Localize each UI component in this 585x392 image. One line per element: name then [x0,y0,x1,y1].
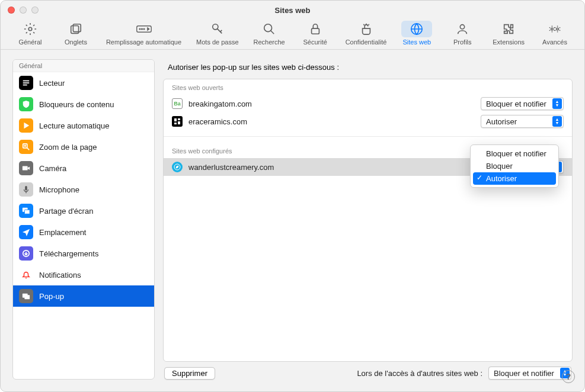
svg-rect-27 [174,123,177,124]
sidebar: Général LecteurBloqueurs de contenuLectu… [12,59,155,380]
search-icon [254,21,284,37]
svg-rect-18 [23,166,28,171]
minimize-button[interactable] [20,7,27,14]
toolbar-label: Extensions [493,38,525,46]
toolbar-tabs[interactable]: Onglets [58,20,94,47]
autofill-icon [129,21,159,37]
toolbar-general[interactable]: Général [12,20,48,47]
profiles-icon [447,21,478,37]
sidebar-item-mic[interactable]: Microphone [13,179,154,200]
sidebar-item-label: Microphone [39,185,79,194]
svg-point-6 [143,28,145,30]
svg-point-4 [139,28,140,30]
sidebar-item-downloads[interactable]: Téléchargements [13,243,154,264]
dropdown-option[interactable]: Autoriser [473,172,556,185]
toolbar-profiles[interactable]: Profils [445,20,480,47]
other-sites-select[interactable]: Bloquer et notifier ▲▼ [488,367,571,380]
chevron-updown-icon: ▲▼ [552,98,562,109]
advanced-icon [539,21,570,37]
downloads-icon [19,246,33,261]
security-icon [300,21,331,37]
websites-icon [401,21,432,37]
svg-point-13 [557,28,559,30]
toolbar-passwords[interactable]: Mots de passe [194,20,241,47]
site-row[interactable]: eraceramics.com Autoriser ▲▼ [164,113,572,130]
screenshare-icon [19,204,33,218]
other-sites-value: Bloquer et notifier [494,369,558,378]
sidebar-item-zoom[interactable]: Zoom de la page [13,136,154,158]
svg-point-0 [28,27,32,31]
site-permission-value: Autoriser [486,117,550,126]
camera-icon [19,161,33,175]
toolbar-extensions[interactable]: Extensions [490,20,527,47]
svg-rect-14 [23,81,30,82]
sidebar-item-location[interactable]: Emplacement [13,221,154,243]
toolbar-search[interactable]: Recherche [251,20,287,47]
sidebar-item-label: Bloqueurs de contenu [39,100,114,109]
other-sites-label: Lors de l'accès à d'autres sites web : [357,369,482,378]
site-permission-value: Bloquer et notifier [486,99,550,108]
sidebar-item-reader[interactable]: Lecteur [13,72,154,94]
sidebar-item-popup[interactable]: Pop-up [13,285,154,307]
svg-rect-15 [23,82,30,83]
chevron-updown-icon: ▲▼ [552,116,562,127]
svg-rect-19 [25,186,27,191]
location-icon [19,225,33,239]
help-button[interactable]: ? [562,370,575,383]
main-pane: Autoriser les pop-up sur les sites web c… [163,59,573,380]
sidebar-item-label: Partage d'écran [39,207,93,216]
site-favicon [172,162,183,172]
popup-icon [19,289,33,303]
close-button[interactable] [8,7,15,14]
site-permission-select[interactable]: Autoriser ▲▼ [481,115,564,128]
toolbar-label: Sites web [402,38,431,46]
sidebar-item-label: Zoom de la page [39,143,97,152]
site-name: wanderlustcreamery.com [188,163,475,172]
sidebar-item-label: Téléchargements [39,249,98,258]
open-rows: Ba breakingatom.com Bloquer et notifier … [164,95,572,130]
svg-rect-1 [71,26,79,34]
section-open-header: Sites web ouverts [164,79,572,95]
svg-point-5 [141,28,142,30]
websites-list: Sites web ouverts Ba breakingatom.com Bl… [163,79,573,362]
maximize-button[interactable] [31,7,39,14]
site-favicon: Ba [172,98,183,109]
dropdown-option[interactable]: Bloquer et notifier [473,147,556,160]
sidebar-item-label: Caméra [39,164,66,173]
toolbar: GénéralOngletsRemplissage automatiqueMot… [1,17,584,50]
site-name: eraceramics.com [188,117,475,126]
toolbar-label: Mots de passe [196,38,239,46]
autoplay-icon [19,118,33,133]
sidebar-item-label: Notifications [39,271,81,279]
sidebar-item-autoplay[interactable]: Lecture automatique [13,115,154,136]
sidebar-item-notifications[interactable]: Notifications [13,264,154,285]
site-row[interactable]: Ba breakingatom.com Bloquer et notifier … [164,95,572,113]
site-name: breakingatom.com [188,99,475,108]
site-permission-select[interactable]: Bloquer et notifier ▲▼ [481,97,564,110]
general-icon [15,21,46,37]
svg-rect-25 [174,118,177,121]
zoom-icon [19,140,33,154]
toolbar-security[interactable]: Sécurité [298,20,333,47]
toolbar-websites[interactable]: Sites web [399,20,434,47]
sidebar-item-camera[interactable]: Caméra [13,158,154,179]
svg-rect-24 [24,295,30,299]
sidebar-item-label: Pop-up [39,292,64,301]
sidebar-item-label: Lecteur [39,79,65,88]
toolbar-autofill[interactable]: Remplissage automatique [104,20,184,47]
sidebar-item-blockers[interactable]: Bloqueurs de contenu [13,94,154,115]
popup-permission-dropdown[interactable]: Bloquer et notifierBloquerAutoriser [470,144,559,188]
remove-button[interactable]: Supprimer [164,367,215,380]
window-title: Sites web [8,6,577,15]
svg-point-11 [461,25,465,29]
toolbar-label: Avancés [542,38,567,46]
svg-rect-28 [178,118,180,120]
sidebar-item-screenshare[interactable]: Partage d'écran [13,200,154,221]
toolbar-privacy[interactable]: Confidentialité [343,20,389,47]
blockers-icon [19,97,33,111]
dropdown-option[interactable]: Bloquer [473,160,556,172]
toolbar-label: Remplissage automatique [106,38,181,46]
sidebar-item-label: Lecture automatique [39,121,110,130]
toolbar-label: Sécurité [303,38,327,46]
toolbar-advanced[interactable]: Avancés [537,20,573,47]
